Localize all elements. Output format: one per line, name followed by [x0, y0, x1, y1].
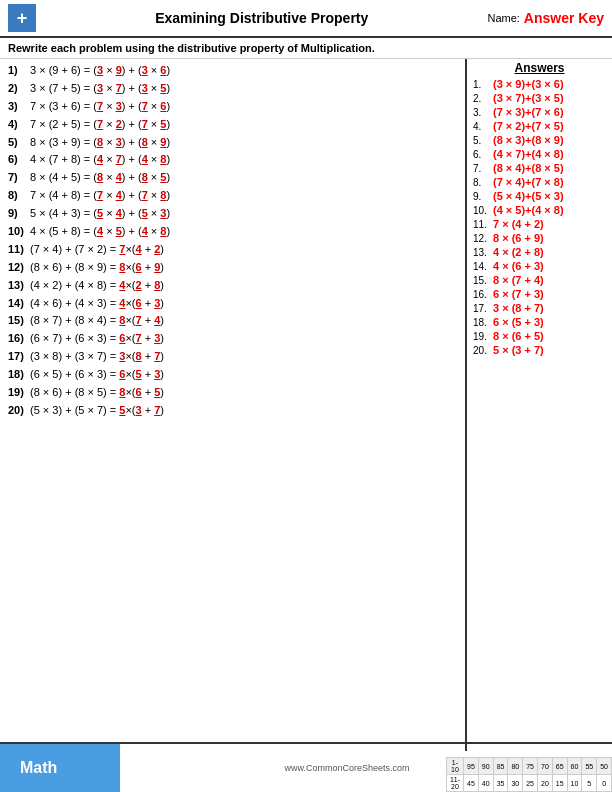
answer-blank: 5 [97, 207, 103, 219]
answer-number: 6. [473, 149, 493, 160]
answer-value: 5 × (3 + 7) [493, 344, 544, 356]
answer-blank: 5 [116, 225, 122, 237]
answer-blank: 6 [119, 368, 125, 380]
answer-row: 3.(7 × 3)+(7 × 6) [473, 106, 606, 118]
problem-number: 11) [8, 242, 30, 257]
answer-blank: 4 [116, 207, 122, 219]
problem-row: 7)8 × (4 + 5) = (8 × 4) + (8 × 5) [8, 170, 457, 185]
problem-expression: 4 × (7 + 8) = (4 × 7) + (4 × 8) [30, 152, 457, 167]
problem-number: 10) [8, 224, 30, 239]
problem-expression: (8 × 7) + (8 × 4) = 8×(7 + 4) [30, 313, 457, 328]
answer-row: 20.5 × (3 + 7) [473, 344, 606, 356]
answer-row: 14.4 × (6 + 3) [473, 260, 606, 272]
answer-row: 16.6 × (7 + 3) [473, 288, 606, 300]
problem-number: 2) [8, 81, 30, 96]
answer-blank: 4 [154, 314, 160, 326]
answer-value: (5 × 4)+(5 × 3) [493, 190, 564, 202]
answer-number: 11. [473, 219, 493, 230]
answer-row: 11.7 × (4 + 2) [473, 218, 606, 230]
answer-blank: 4 [136, 243, 142, 255]
problem-number: 9) [8, 206, 30, 221]
answer-blank: 8 [154, 279, 160, 291]
answer-blank: 7 [154, 350, 160, 362]
problem-number: 14) [8, 296, 30, 311]
problems-section: 1)3 × (9 + 6) = (3 × 9) + (3 × 6)2)3 × (… [0, 59, 467, 751]
answer-blank: 8 [119, 386, 125, 398]
answer-number: 3. [473, 107, 493, 118]
answer-blank: 3 [116, 100, 122, 112]
problem-row: 10)4 × (5 + 8) = (4 × 5) + (4 × 8) [8, 224, 457, 239]
answer-blank: 8 [136, 350, 142, 362]
answer-number: 18. [473, 317, 493, 328]
answer-blank: 4 [116, 189, 122, 201]
page-title: Examining Distributive Property [36, 10, 487, 26]
answer-row: 13.4 × (2 + 8) [473, 246, 606, 258]
answer-blank: 3 [136, 404, 142, 416]
answer-number: 2. [473, 93, 493, 104]
problem-number: 4) [8, 117, 30, 132]
answer-blank: 3 [154, 368, 160, 380]
answer-number: 7. [473, 163, 493, 174]
answer-row: 8.(7 × 4)+(7 × 8) [473, 176, 606, 188]
problem-number: 12) [8, 260, 30, 275]
answer-blank: 5 [119, 404, 125, 416]
problem-number: 16) [8, 331, 30, 346]
answers-header: Answers [473, 61, 606, 75]
answer-blank: 7 [142, 118, 148, 130]
answer-row: 17.3 × (8 + 7) [473, 302, 606, 314]
answer-blank: 5 [142, 207, 148, 219]
problem-expression: (4 × 2) + (4 × 8) = 4×(2 + 8) [30, 278, 457, 293]
answer-blank: 3 [154, 297, 160, 309]
problem-expression: 5 × (4 + 3) = (5 × 4) + (5 × 3) [30, 206, 457, 221]
answer-value: (8 × 4)+(8 × 5) [493, 162, 564, 174]
problem-row: 16)(6 × 7) + (6 × 3) = 6×(7 + 3) [8, 331, 457, 346]
problem-expression: (4 × 6) + (4 × 3) = 4×(6 + 3) [30, 296, 457, 311]
answer-number: 5. [473, 135, 493, 146]
problem-number: 5) [8, 135, 30, 150]
answer-row: 15.8 × (7 + 4) [473, 274, 606, 286]
answer-value: (7 × 2)+(7 × 5) [493, 120, 564, 132]
problem-expression: 4 × (5 + 8) = (4 × 5) + (4 × 8) [30, 224, 457, 239]
problem-expression: 8 × (4 + 5) = (8 × 4) + (8 × 5) [30, 170, 457, 185]
answer-value: 4 × (6 + 3) [493, 260, 544, 272]
answer-blank: 3 [97, 82, 103, 94]
answer-key-label: Answer Key [524, 10, 604, 26]
answer-row: 2.(3 × 7)+(3 × 5) [473, 92, 606, 104]
answer-blank: 5 [136, 368, 142, 380]
problem-number: 20) [8, 403, 30, 418]
answer-blank: 7 [154, 404, 160, 416]
answer-value: (7 × 4)+(7 × 8) [493, 176, 564, 188]
problem-expression: 7 × (3 + 6) = (7 × 3) + (7 × 6) [30, 99, 457, 114]
answer-blank: 7 [136, 314, 142, 326]
answer-blank: 5 [160, 82, 166, 94]
answer-value: (7 × 3)+(7 × 6) [493, 106, 564, 118]
answer-number: 15. [473, 275, 493, 286]
problem-number: 18) [8, 367, 30, 382]
answer-row: 10.(4 × 5)+(4 × 8) [473, 204, 606, 216]
answer-value: 4 × (2 + 8) [493, 246, 544, 258]
main-content: 1)3 × (9 + 6) = (3 × 9) + (3 × 6)2)3 × (… [0, 59, 612, 751]
problem-row: 8)7 × (4 + 8) = (7 × 4) + (7 × 8) [8, 188, 457, 203]
answer-blank: 9 [116, 64, 122, 76]
answer-blank: 9 [154, 261, 160, 273]
problem-expression: (3 × 8) + (3 × 7) = 3×(8 + 7) [30, 349, 457, 364]
answer-blank: 6 [136, 261, 142, 273]
answer-blank: 3 [142, 64, 148, 76]
problem-row: 14)(4 × 6) + (4 × 3) = 4×(6 + 3) [8, 296, 457, 311]
answer-blank: 5 [160, 171, 166, 183]
problem-row: 6)4 × (7 + 8) = (4 × 7) + (4 × 8) [8, 152, 457, 167]
answer-number: 13. [473, 247, 493, 258]
answer-value: 8 × (6 + 9) [493, 232, 544, 244]
answer-value: (3 × 7)+(3 × 5) [493, 92, 564, 104]
answer-blank: 7 [97, 118, 103, 130]
answer-blank: 5 [154, 386, 160, 398]
answer-blank: 8 [160, 189, 166, 201]
problem-row: 15)(8 × 7) + (8 × 4) = 8×(7 + 4) [8, 313, 457, 328]
problem-expression: 7 × (4 + 8) = (7 × 4) + (7 × 8) [30, 188, 457, 203]
answer-blank: 6 [136, 386, 142, 398]
problem-expression: 3 × (7 + 5) = (3 × 7) + (3 × 5) [30, 81, 457, 96]
answer-row: 4.(7 × 2)+(7 × 5) [473, 120, 606, 132]
answer-number: 12. [473, 233, 493, 244]
answer-blank: 3 [97, 64, 103, 76]
logo-icon: + [8, 4, 36, 32]
